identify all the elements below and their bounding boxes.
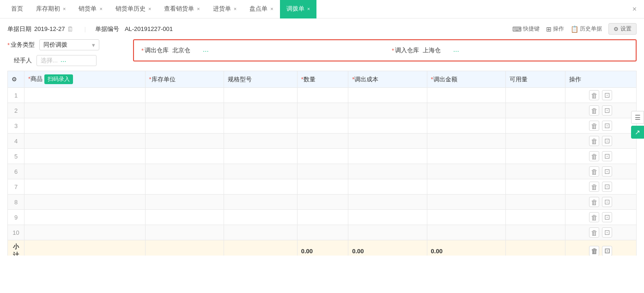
cell-amount[interactable] [427,134,505,149]
cell-available[interactable] [505,225,565,240]
delete-row-button[interactable]: 🗑 [589,227,599,238]
cell-unit[interactable] [145,225,224,240]
copy-row-button[interactable]: ⊡ [602,197,612,207]
copy-row-button[interactable]: ⊡ [602,121,612,131]
tab-bar-close-icon[interactable]: × [630,5,639,13]
cell-spec[interactable] [224,225,297,240]
delete-row-button[interactable]: 🗑 [589,212,599,222]
delete-row-button[interactable]: 🗑 [589,90,599,100]
tab-home[interactable]: 首页 [5,0,30,18]
cell-spec[interactable] [224,103,297,118]
cell-available[interactable] [505,149,565,164]
cell-available[interactable] [505,134,565,149]
cell-available[interactable] [505,164,565,179]
cell-amount[interactable] [427,118,505,134]
subtotal-copy-button[interactable]: ⊡ [602,246,612,256]
person-select[interactable]: 选择... ··· [36,55,97,66]
cell-cost[interactable] [348,134,427,149]
cell-available[interactable] [505,103,565,118]
cell-unit[interactable] [145,149,224,164]
tab-stocktake[interactable]: 盘点单 × [243,0,279,18]
tab-inventory-init[interactable]: 库存期初 × [30,0,72,18]
cell-product[interactable] [24,134,146,149]
business-type-select[interactable]: 同价调拨 ▾ [39,39,99,50]
tab-view-sales[interactable]: 查看销货单 × [158,0,206,18]
cell-product[interactable] [24,225,146,240]
cell-spec[interactable] [224,210,297,225]
calendar-icon[interactable]: 🗓 [67,25,73,33]
cell-qty[interactable] [297,225,348,240]
tab-sales-history[interactable]: 销货单历史 × [109,0,158,18]
delete-row-button[interactable]: 🗑 [589,197,599,207]
copy-row-button[interactable]: ⊡ [602,182,612,192]
cell-amount[interactable] [427,225,505,240]
cell-unit[interactable] [145,134,224,149]
cell-available[interactable] [505,179,565,195]
cell-amount[interactable] [427,103,505,118]
copy-row-button[interactable]: ⊡ [602,90,612,100]
cell-spec[interactable] [224,195,297,210]
cell-unit[interactable] [145,179,224,195]
cell-amount[interactable] [427,195,505,210]
cell-available[interactable] [505,210,565,225]
subtotal-delete-button[interactable]: 🗑 [589,246,599,256]
cell-spec[interactable] [224,179,297,195]
copy-row-button[interactable]: ⊡ [602,212,612,222]
delete-row-button[interactable]: 🗑 [589,182,599,192]
tab-sales-order[interactable]: 销货单 × [72,0,109,18]
cell-cost[interactable] [348,195,427,210]
cell-spec[interactable] [224,164,297,179]
cell-unit[interactable] [145,88,224,103]
cell-qty[interactable] [297,88,348,103]
cell-amount[interactable] [427,179,505,195]
cell-cost[interactable] [348,179,427,195]
history-button[interactable]: 📋 历史单据 [571,25,602,33]
tab-purchase-order[interactable]: 进货单 × [207,0,243,18]
cell-available[interactable] [505,88,565,103]
cell-qty[interactable] [297,103,348,118]
delete-row-button[interactable]: 🗑 [589,166,599,177]
copy-row-button[interactable]: ⊡ [602,166,612,177]
tab-close-icon[interactable]: × [63,0,66,18]
cell-spec[interactable] [224,149,297,164]
scan-button[interactable]: 扫码录入 [44,74,73,84]
cell-qty[interactable] [297,210,348,225]
cell-unit[interactable] [145,164,224,179]
cell-product[interactable] [24,149,146,164]
cell-unit[interactable] [145,118,224,134]
cell-amount[interactable] [427,88,505,103]
delete-row-button[interactable]: 🗑 [589,151,599,161]
warehouse-in-dots[interactable]: ··· [453,47,459,55]
cell-cost[interactable] [348,118,427,134]
cell-available[interactable] [505,118,565,134]
delete-row-button[interactable]: 🗑 [589,105,599,116]
cell-cost[interactable] [348,149,427,164]
tab-close-icon[interactable]: × [197,0,200,18]
cell-qty[interactable] [297,164,348,179]
cell-unit[interactable] [145,103,224,118]
delete-row-button[interactable]: 🗑 [589,121,599,131]
cell-product[interactable] [24,179,146,195]
copy-row-button[interactable]: ⊡ [602,227,612,238]
cell-product[interactable] [24,210,146,225]
cell-unit[interactable] [145,210,224,225]
cell-unit[interactable] [145,195,224,210]
cell-cost[interactable] [348,103,427,118]
cell-qty[interactable] [297,195,348,210]
tab-transfer[interactable]: 调拨单 × [280,0,316,18]
operations-button[interactable]: ⊞ 操作 [546,25,564,33]
tab-close-icon[interactable]: × [234,0,237,18]
cell-cost[interactable] [348,225,427,240]
sidebar-export-btn[interactable]: ↗ [631,126,644,139]
cell-qty[interactable] [297,118,348,134]
cell-qty[interactable] [297,134,348,149]
copy-row-button[interactable]: ⊡ [602,105,612,116]
cell-available[interactable] [505,195,565,210]
copy-row-button[interactable]: ⊡ [602,151,612,161]
person-dots[interactable]: ··· [61,57,67,65]
cell-cost[interactable] [348,164,427,179]
cell-product[interactable] [24,103,146,118]
cell-spec[interactable] [224,88,297,103]
tab-close-icon[interactable]: × [307,0,310,18]
delete-row-button[interactable]: 🗑 [589,136,599,146]
